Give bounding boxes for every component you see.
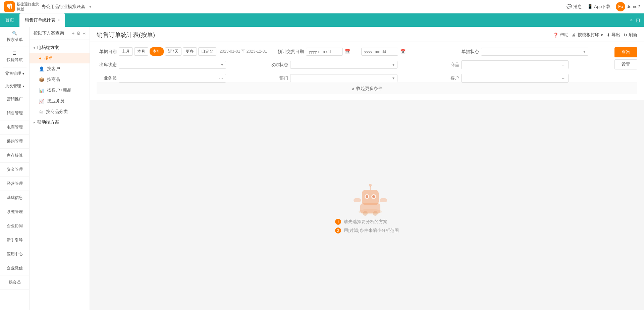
sidebar-item-member[interactable]: 畅会员	[0, 275, 29, 290]
sidebar-item-purchase[interactable]: 采购管理	[0, 135, 29, 149]
delivery-date-from-calendar-icon[interactable]: 📅	[345, 49, 350, 54]
payment-status-select[interactable]: ▾	[290, 61, 397, 69]
tree-item-by-customer[interactable]: 👤 按客户	[30, 63, 90, 74]
last-month-button[interactable]: 上月	[119, 47, 133, 56]
left-panel-header: 按以下方案查询 + ⚙ «	[30, 27, 90, 40]
tree-group-desktop[interactable]: ▾ 电脑端方案	[30, 43, 90, 53]
sidebar-item-appcenter[interactable]: 应用中心	[0, 247, 29, 261]
delivery-date-label: 预计交货日期	[278, 49, 304, 55]
export-button[interactable]: ⬇ 导出	[606, 32, 620, 38]
this-month-button[interactable]: 本月	[134, 47, 148, 56]
svg-point-6	[372, 195, 375, 198]
sidebar-item-newbie[interactable]: 新手引导	[0, 233, 29, 247]
svg-rect-2	[362, 190, 379, 205]
help-button[interactable]: ❓ 帮助	[553, 32, 569, 38]
customer-dots[interactable]: ···	[562, 75, 566, 81]
group-arrow-desktop: ▾	[34, 46, 35, 50]
goods-dots[interactable]: ···	[562, 62, 566, 67]
shipment-status-arrow: ▾	[221, 62, 223, 67]
app-download-button[interactable]: 📱 App下载	[587, 4, 610, 10]
sidebar-item-basic[interactable]: 基础信息	[0, 191, 29, 205]
customer-select[interactable]: ···	[461, 74, 569, 83]
print-dropdown-arrow[interactable]: ▾	[601, 33, 603, 38]
left-panel-add-button[interactable]: +	[72, 31, 74, 36]
by-customer-goods-icon: 📊	[39, 88, 44, 93]
shipment-status-select[interactable]: ▾	[119, 61, 226, 69]
topbar: 销 畅捷通好生意 标版 办公用品行业模拟账套 ▾ 💬 消息 📱 App下载 Ea…	[0, 0, 644, 13]
tab-home[interactable]: 首页	[0, 13, 19, 27]
tip-1-num: 1	[335, 219, 341, 225]
sidebar-item-wechat[interactable]: 企业微信	[0, 261, 29, 275]
sidebar-search[interactable]: 🔍 搜索菜单	[0, 27, 29, 47]
message-button[interactable]: 💬 消息	[567, 4, 582, 10]
topbar-left: 销 畅捷通好生意 标版 办公用品行业模拟账套 ▾	[4, 1, 91, 12]
sidebar-item-marketing[interactable]: 营销推广	[0, 92, 29, 106]
query-button[interactable]: 查询	[614, 47, 637, 57]
tree-group-mobile[interactable]: ▸ 移动端方案	[30, 117, 90, 127]
doc-status-select[interactable]: ▾	[481, 48, 588, 56]
delivery-date-from-input[interactable]	[306, 48, 343, 56]
tree-item-by-goods[interactable]: 📦 按商品	[30, 74, 90, 85]
department-select[interactable]: ▾	[290, 74, 397, 82]
salesperson-select[interactable]: ···	[119, 74, 226, 83]
collapse-button[interactable]: ∧ 收起更多条件	[352, 86, 382, 92]
doc-status-label: 单据状态	[459, 49, 479, 55]
date-separator: —	[352, 49, 359, 54]
left-panel-settings-button[interactable]: ⚙	[76, 31, 81, 36]
tab-close-button[interactable]: ×	[57, 18, 60, 22]
tree-item-by-goods-category[interactable]: 🗂 按商品分类	[30, 106, 90, 117]
salesperson-label: 业务员	[97, 75, 117, 81]
sidebar-item-finance[interactable]: 资金管理	[0, 163, 29, 177]
user-menu-button[interactable]: Ea demo2	[616, 2, 640, 11]
desktop-group-label: 电脑端方案	[37, 45, 59, 51]
delivery-date-to-input[interactable]	[361, 48, 398, 56]
tip-2-text: 用[过滤]条件来缩小分析范围	[344, 227, 398, 234]
this-year-button[interactable]: 本年	[150, 47, 164, 56]
collapse-bar[interactable]: ∧ 收起更多条件	[97, 83, 637, 94]
by-goods-category-label: 按商品分类	[46, 109, 68, 115]
sidebar-item-retail[interactable]: 零售管理 ▾	[0, 67, 29, 80]
sidebar-item-operations[interactable]: 经营管理	[0, 177, 29, 191]
sidebar-item-enterprise[interactable]: 企业协同	[0, 219, 29, 233]
topbar-right: 💬 消息 📱 App下载 Ea demo2	[567, 2, 640, 11]
app-dropdown-arrow[interactable]: ▾	[89, 4, 91, 9]
print-button[interactable]: 🖨 按模板打印 ▾	[572, 32, 603, 38]
svg-point-11	[363, 211, 368, 216]
by-salesperson-label: 按业务员	[47, 98, 64, 104]
reset-button[interactable]: 设置	[614, 59, 637, 69]
page-actions: ❓ 帮助 🖨 按模板打印 ▾ ⬇ 导出 ↻ 刷新	[553, 32, 637, 38]
content-area: 按以下方案查询 + ⚙ « ▾ 电脑端方案 ● 按单 👤 按客户	[30, 27, 644, 310]
tab-restore-button[interactable]: ⊡	[636, 17, 640, 23]
sidebar-item-system[interactable]: 系统管理	[0, 205, 29, 219]
tree-item-by-order[interactable]: ● 按单	[30, 53, 90, 63]
refresh-button[interactable]: ↻ 刷新	[624, 32, 637, 38]
date-range-text: 2023-01-01 至 2023-12-31	[220, 49, 267, 54]
sidebar-item-sales[interactable]: 销售管理	[0, 106, 29, 120]
section-separator	[90, 100, 644, 103]
sidebar-item-wholesale[interactable]: 批发管理 ▴	[0, 80, 29, 92]
left-panel-collapse-button[interactable]: «	[83, 31, 86, 36]
last7days-button[interactable]: 近7天	[165, 47, 181, 56]
tab-close-window-button[interactable]: ×	[630, 17, 633, 23]
message-icon: 💬	[567, 4, 572, 9]
tab-sales-order-stats[interactable]: 销售订单统计表 ×	[19, 13, 65, 27]
salesperson-dots[interactable]: ···	[219, 75, 223, 81]
more-date-button[interactable]: 更多	[183, 47, 197, 56]
filter-row-3: 业务员 ··· 部门 ▾	[97, 74, 605, 83]
empty-robot-svg	[350, 180, 390, 220]
by-goods-label: 按商品	[47, 76, 60, 83]
main-content: 销售订单统计表(按单) ❓ 帮助 🖨 按模板打印 ▾ ⬇ 导出	[90, 27, 644, 310]
sidebar-item-inventory[interactable]: 库存核算	[0, 149, 29, 163]
tree-item-by-salesperson[interactable]: 📈 按业务员	[30, 96, 90, 106]
goods-select[interactable]: ···	[461, 60, 569, 69]
custom-date-button[interactable]: 自定义	[198, 47, 216, 56]
delivery-date-to-calendar-icon[interactable]: 📅	[400, 49, 406, 54]
logo-area: 销 畅捷通好生意 标版	[4, 1, 39, 12]
sidebar-item-ecommerce[interactable]: 电商管理	[0, 120, 29, 135]
svg-point-12	[373, 211, 378, 216]
tree-item-by-customer-goods[interactable]: 📊 按客户+商品	[30, 85, 90, 96]
collapse-up-icon: ∧	[352, 86, 355, 91]
by-customer-icon: 👤	[39, 66, 44, 71]
empty-illustration	[350, 180, 384, 213]
sidebar-quick-nav[interactable]: ☰ 快捷导航	[0, 47, 29, 67]
